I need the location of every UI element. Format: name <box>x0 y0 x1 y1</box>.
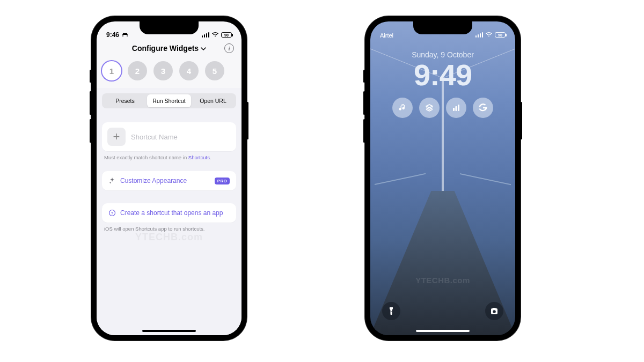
signal-icon <box>475 32 484 38</box>
plus-icon: + <box>107 128 126 146</box>
camera-button[interactable] <box>485 302 503 320</box>
help-icon: ? <box>108 209 116 217</box>
segment-run-shortcut[interactable]: Run Shortcut <box>147 94 191 107</box>
segment-open-url[interactable]: Open URL <box>191 94 235 107</box>
phone-frame-left: 9:46 90 Configure Widgets i <box>91 16 247 341</box>
lock-widgets <box>370 98 515 118</box>
step-selector: 1 2 3 4 5 <box>97 57 241 88</box>
shortcut-name-hint: Must exactly match shortcut name in Shor… <box>104 154 234 160</box>
widget-google[interactable] <box>473 98 493 118</box>
content: Presets Run Shortcut Open URL + Shortcut… <box>97 88 241 335</box>
create-shortcut-label: Create a shortcut that opens an app <box>120 209 223 217</box>
notch <box>413 21 472 34</box>
header-title-label: Configure Widgets <box>132 44 199 53</box>
step-3[interactable]: 3 <box>153 61 173 80</box>
wifi-icon <box>485 31 493 39</box>
segmented-control: Presets Run Shortcut Open URL <box>102 93 236 108</box>
phone-frame-right: Airtel 90 Sunday, 9 October 9:49 <box>365 16 521 341</box>
flashlight-button[interactable] <box>382 302 400 320</box>
home-indicator[interactable] <box>142 330 196 332</box>
quick-actions <box>370 302 515 320</box>
pro-badge: PRO <box>215 178 230 184</box>
create-shortcut-row[interactable]: ? Create a shortcut that opens an app <box>102 203 236 223</box>
volume-down <box>363 119 365 143</box>
segment-presets[interactable]: Presets <box>103 94 147 107</box>
lock-screen[interactable]: Airtel 90 Sunday, 9 October 9:49 <box>370 21 515 335</box>
volume-up <box>363 91 365 115</box>
chevron-down-icon <box>201 44 206 53</box>
shortcut-name-row[interactable]: + Shortcut Name <box>102 122 236 151</box>
widget-layers[interactable] <box>419 98 440 118</box>
power-button <box>247 102 248 139</box>
mute-switch <box>363 70 365 83</box>
shortcuts-link[interactable]: Shortcuts <box>188 154 210 160</box>
car-icon <box>121 31 129 39</box>
step-1[interactable]: 1 <box>102 61 121 80</box>
volume-down <box>90 119 91 143</box>
lock-time: 9:49 <box>370 60 515 90</box>
power-button <box>521 102 522 139</box>
step-4[interactable]: 4 <box>179 61 199 80</box>
carrier-label: Airtel <box>380 32 393 39</box>
customize-label: Customize Appearance <box>120 177 187 184</box>
svg-rect-3 <box>456 106 457 111</box>
battery-icon: 90 <box>221 32 232 38</box>
battery-icon: 90 <box>495 32 506 38</box>
header: Configure Widgets i <box>97 40 241 57</box>
shortcut-name-input[interactable]: Shortcut Name <box>131 133 178 141</box>
screen-configure-widgets: 9:46 90 Configure Widgets i <box>97 21 241 335</box>
sparkle-icon <box>108 177 116 184</box>
notch <box>140 21 199 34</box>
signal-icon <box>202 32 210 38</box>
volume-up <box>90 91 91 115</box>
info-button[interactable]: i <box>224 43 234 53</box>
status-time: 9:46 <box>106 31 119 39</box>
header-title-button[interactable]: Configure Widgets <box>132 44 206 53</box>
run-shortcuts-hint: iOS will open Shortcuts app to run short… <box>104 226 234 232</box>
step-5[interactable]: 5 <box>205 61 224 80</box>
customize-appearance-row[interactable]: Customize Appearance PRO <box>102 171 236 190</box>
widget-bars[interactable] <box>446 98 466 118</box>
step-2[interactable]: 2 <box>128 61 147 80</box>
svg-rect-2 <box>453 108 455 111</box>
svg-rect-4 <box>458 105 459 111</box>
wifi-icon <box>211 31 219 39</box>
widget-music[interactable] <box>392 98 413 118</box>
home-indicator[interactable] <box>416 330 470 332</box>
svg-text:?: ? <box>111 211 113 215</box>
mute-switch <box>90 70 91 83</box>
